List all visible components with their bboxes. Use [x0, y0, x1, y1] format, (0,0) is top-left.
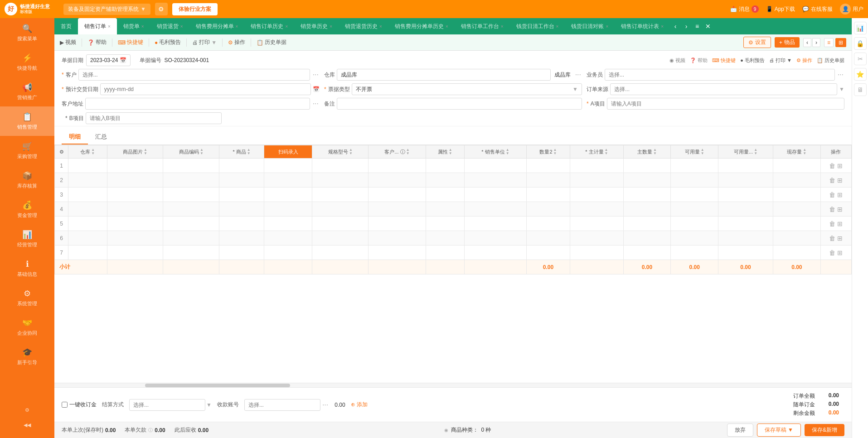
cell-avail2-6[interactable]	[718, 231, 773, 245]
th-barcode[interactable]: 扫码录入	[264, 145, 312, 159]
tab-home[interactable]: 首页	[54, 18, 78, 34]
delete-icon-3[interactable]: 🗑	[829, 191, 835, 198]
cell-spec-4[interactable]	[312, 202, 369, 217]
sidebar-item-search[interactable]: 🔍 搜索菜单	[0, 18, 54, 48]
th-warehouse[interactable]: 仓库 ▲▼	[68, 145, 107, 159]
cell-avail-4[interactable]	[671, 202, 718, 217]
invoice-select[interactable]: 不开票 ▼	[352, 83, 582, 95]
cell-avail-5[interactable]	[671, 217, 718, 231]
cell-avail-1[interactable]	[671, 159, 718, 173]
th-attr[interactable]: 属性 ▲▼	[426, 145, 465, 159]
sidebar-item-info[interactable]: ℹ 基础信息	[0, 254, 54, 283]
cell-goods-7[interactable]	[219, 245, 264, 260]
cell-warehouse-2[interactable]	[68, 173, 107, 188]
cell-warehouse-4[interactable]	[68, 202, 107, 217]
cell-munit-4[interactable]	[570, 202, 624, 217]
tab-close-sales-stats[interactable]: ×	[661, 24, 664, 29]
cell-avail-6[interactable]	[671, 231, 718, 245]
help-link[interactable]: ◉ 视频	[669, 57, 685, 64]
th-avail[interactable]: 可用量 ▲▼	[671, 145, 718, 159]
cell-barcode-6[interactable]	[264, 231, 312, 245]
cell-ccode-2[interactable]	[369, 173, 426, 188]
one-click-checkbox[interactable]	[62, 402, 68, 408]
tab-daily-reconcile[interactable]: 钱货日清对账 ×	[565, 18, 615, 34]
right-icon-star[interactable]: ⭐	[854, 68, 867, 81]
th-customer-code[interactable]: 客户... ⓘ ▲▼	[369, 145, 426, 159]
cell-image-1[interactable]	[107, 159, 163, 173]
cell-attr-1[interactable]	[426, 159, 465, 173]
cell-attr-2[interactable]	[426, 173, 465, 188]
cell-image-7[interactable]	[107, 245, 163, 260]
cell-attr-4[interactable]	[426, 202, 465, 217]
tab-close-expense-history[interactable]: ×	[446, 24, 448, 29]
tab-sales-order[interactable]: 销售订单 ×	[78, 18, 117, 34]
list-view-btn[interactable]: ≡	[824, 38, 834, 47]
prev-form-btn[interactable]: ‹	[803, 38, 811, 47]
customer-more-btn[interactable]: ···	[312, 71, 320, 79]
cell-avail2-1[interactable]	[718, 159, 773, 173]
th-image[interactable]: 商品图片 ▲▼	[107, 145, 163, 159]
notice-btn[interactable]: 📩 消息 9	[730, 5, 759, 13]
toolbar-help[interactable]: ❓ 帮助	[87, 39, 107, 46]
cell-spec-3[interactable]	[312, 188, 369, 202]
mini-tab-summary[interactable]: 汇总	[88, 130, 114, 144]
cell-barcode-5[interactable]	[264, 217, 312, 231]
cell-warehouse-3[interactable]	[68, 188, 107, 202]
cell-code-7[interactable]	[163, 245, 219, 260]
cell-mqty-1[interactable]	[623, 159, 671, 173]
industry-btn[interactable]: 体验行业方案	[172, 3, 218, 15]
sidebar-item-nav[interactable]: ⚡ 快捷导航	[0, 48, 54, 77]
cell-goods-3[interactable]	[219, 188, 264, 202]
tab-close-sales-expense[interactable]: ×	[236, 24, 238, 29]
cell-code-5[interactable]	[163, 217, 219, 231]
th-main-qty[interactable]: 主数量 ▲▼	[623, 145, 671, 159]
delete-icon-2[interactable]: 🗑	[829, 177, 835, 184]
date-input[interactable]: 2023-03-24 📅	[86, 54, 131, 66]
cell-warehouse-7[interactable]	[68, 245, 107, 260]
tab-daily-workbench[interactable]: 钱货日清工作台 ×	[510, 18, 565, 34]
cell-attr-7[interactable]	[426, 245, 465, 260]
cell-goods-4[interactable]	[219, 202, 264, 217]
settings-icon[interactable]: ⚙	[155, 3, 168, 15]
user-avatar[interactable]: 👤 用户	[840, 4, 863, 14]
cell-qty2-2[interactable]	[526, 173, 570, 188]
cell-stock-4[interactable]	[773, 202, 820, 217]
cell-unit-5[interactable]	[465, 217, 527, 231]
tab-sales-stats[interactable]: 销售订单统计表 ×	[615, 18, 670, 34]
cell-mqty-2[interactable]	[623, 173, 671, 188]
warehouse-more-btn[interactable]: ···	[574, 71, 582, 79]
save-new-btn[interactable]: 保存&新增	[805, 424, 844, 436]
sidebar-item-cooperation[interactable]: 🤝 企业协同	[0, 313, 54, 342]
cell-barcode-3[interactable]	[264, 188, 312, 202]
sidebar-item-guide[interactable]: 🎓 新手引导	[0, 342, 54, 371]
cell-avail-7[interactable]	[671, 245, 718, 260]
cell-qty2-4[interactable]	[526, 202, 570, 217]
cell-ccode-5[interactable]	[369, 217, 426, 231]
right-icon-screen[interactable]: 🖥	[854, 83, 867, 96]
cell-barcode-1[interactable]	[264, 159, 312, 173]
tab-expense-history[interactable]: 销售费用分摊单历史 ×	[388, 18, 455, 34]
cell-spec-7[interactable]	[312, 245, 369, 260]
tab-close-sales-goods[interactable]: ×	[141, 24, 144, 29]
copy-icon-7[interactable]: ⊞	[837, 249, 843, 256]
cell-spec-1[interactable]	[312, 159, 369, 173]
th-avail2[interactable]: 可用量... ▲▼	[718, 145, 773, 159]
cell-code-2[interactable]	[163, 173, 219, 188]
cell-mqty-3[interactable]	[623, 188, 671, 202]
cell-image-4[interactable]	[107, 202, 163, 217]
cell-warehouse-6[interactable]	[68, 231, 107, 245]
receipt-more-btn[interactable]: ···	[321, 401, 329, 409]
cell-barcode-2[interactable]	[264, 173, 312, 188]
tab-close-sales-return[interactable]: ×	[180, 24, 183, 29]
cell-unit-3[interactable]	[465, 188, 527, 202]
copy-icon-2[interactable]: ⊞	[837, 177, 843, 184]
tab-sales-goods-history[interactable]: 销货单历史 ×	[294, 18, 339, 34]
goods-count-info[interactable]: ◉	[444, 428, 448, 433]
cell-qty2-6[interactable]	[526, 231, 570, 245]
th-main-unit[interactable]: * 主计量 ▲▼	[570, 145, 624, 159]
receipt-no-input[interactable]	[244, 399, 320, 411]
cell-avail-2[interactable]	[671, 173, 718, 188]
staff-more-btn[interactable]: ···	[837, 71, 844, 79]
cell-munit-6[interactable]	[570, 231, 624, 245]
cell-unit-6[interactable]	[465, 231, 527, 245]
